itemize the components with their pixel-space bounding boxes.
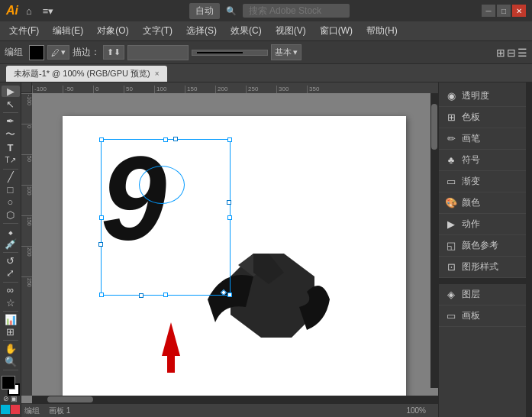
menu-text[interactable]: 文字(T) bbox=[137, 23, 179, 39]
anchor-top[interactable] bbox=[173, 137, 178, 141]
handle-bottom-middle[interactable] bbox=[163, 293, 168, 297]
scale-tool[interactable]: ⤢ bbox=[2, 267, 20, 279]
menu-object[interactable]: 对象(O) bbox=[91, 23, 134, 39]
scrollbar-horizontal[interactable] bbox=[32, 396, 438, 403]
auto-label[interactable]: 自动 bbox=[189, 3, 220, 19]
handle-top-left[interactable] bbox=[99, 137, 104, 142]
magenta-swatch[interactable] bbox=[11, 405, 20, 414]
align-right-button[interactable]: ⊟ bbox=[507, 47, 516, 59]
stroke-dropdown[interactable]: ⬆⬇ bbox=[103, 45, 124, 60]
color-panel-icon: 🎨 bbox=[445, 197, 457, 209]
color-icon[interactable]: ▣ bbox=[11, 395, 18, 402]
right-scrollbar[interactable] bbox=[526, 82, 532, 417]
menu-select[interactable]: 选择(S) bbox=[180, 23, 223, 39]
bottom-bar: 编组 画板 1 100% bbox=[21, 403, 438, 417]
corner-box bbox=[21, 82, 32, 93]
panel-graphic-style[interactable]: ⊡ 图形样式 bbox=[439, 257, 526, 278]
fill-color-swatch[interactable] bbox=[2, 376, 15, 390]
line-tool[interactable]: ╱ bbox=[2, 171, 20, 183]
brush-dropdown[interactable]: 🖊▾ bbox=[47, 45, 69, 60]
align-menu-button[interactable]: ☰ bbox=[517, 47, 527, 59]
ruler-tick-h: 100 bbox=[154, 86, 185, 93]
panel-brush[interactable]: ✏ 画笔 bbox=[439, 128, 526, 150]
tool-separator-3 bbox=[3, 223, 18, 224]
panel-symbol[interactable]: ♣ 符号 bbox=[439, 150, 526, 171]
handle-top-right[interactable] bbox=[227, 137, 232, 142]
stroke-line-preview bbox=[197, 52, 243, 53]
blend-tool[interactable]: ∞ bbox=[2, 284, 20, 296]
menu-edit[interactable]: 编辑(E) bbox=[47, 23, 89, 39]
panel-artboard-label: 画板 bbox=[462, 309, 520, 322]
ai-logo: Ai bbox=[6, 4, 18, 18]
menu-help[interactable]: 帮助(H) bbox=[360, 23, 404, 39]
scrollbar-h-thumb[interactable] bbox=[47, 396, 93, 402]
panel-artboard[interactable]: ▭ 画板 bbox=[439, 305, 526, 327]
direct-select-tool[interactable]: ↖ bbox=[2, 98, 20, 109]
panel-transparency[interactable]: ◉ 透明度 bbox=[439, 86, 526, 107]
align-grid-button[interactable]: ⊞ bbox=[496, 47, 505, 59]
panel-action[interactable]: ▶ 动作 bbox=[439, 214, 526, 235]
tool-separator-6 bbox=[3, 311, 18, 312]
handle-middle-right[interactable] bbox=[227, 215, 232, 220]
close-button[interactable]: ✕ bbox=[512, 5, 526, 17]
touch-type-tool[interactable]: T↗ bbox=[2, 154, 20, 166]
none-icon[interactable]: ⊘ bbox=[3, 395, 9, 402]
scrollbar-v-thumb[interactable] bbox=[431, 104, 437, 150]
polygon-tool[interactable]: ⬡ bbox=[2, 208, 20, 220]
menu-effect[interactable]: 效果(C) bbox=[224, 23, 268, 39]
panel-gradient-label: 渐变 bbox=[462, 175, 520, 188]
basic-dropdown[interactable]: 基本 ▾ bbox=[271, 44, 301, 60]
symbol-tool[interactable]: ☆ bbox=[2, 297, 20, 309]
zoom-tool[interactable]: 🔍 bbox=[2, 356, 20, 367]
panel-graphic-style-label: 图形样式 bbox=[462, 260, 520, 273]
panel-color[interactable]: 🎨 颜色 bbox=[439, 192, 526, 214]
cyan-swatch[interactable] bbox=[1, 405, 10, 414]
workspace-icon[interactable]: ≡▾ bbox=[40, 4, 57, 18]
maximize-button[interactable]: □ bbox=[497, 5, 511, 17]
menu-view[interactable]: 视图(V) bbox=[269, 23, 312, 39]
tool-separator-1 bbox=[3, 112, 18, 113]
brush-icon: 🖊 bbox=[51, 48, 60, 57]
menu-window[interactable]: 窗口(W) bbox=[314, 23, 359, 39]
status-group: 编组 bbox=[24, 406, 40, 416]
type-tool[interactable]: T bbox=[2, 142, 20, 154]
tab-close-button[interactable]: × bbox=[155, 70, 160, 78]
ellipse-tool[interactable]: ○ bbox=[2, 196, 20, 208]
handle-top-middle[interactable] bbox=[163, 137, 168, 142]
canvas[interactable]: 9 bbox=[32, 93, 438, 396]
pen-tool[interactable]: ✒ bbox=[2, 115, 20, 126]
rotate-tool[interactable]: ↺ bbox=[2, 255, 20, 267]
panel-action-label: 动作 bbox=[462, 218, 520, 231]
swatches-icon: ⊞ bbox=[445, 112, 457, 124]
anchor-left[interactable] bbox=[98, 242, 103, 247]
fill-swatch[interactable] bbox=[29, 45, 44, 60]
handle-bottom-right[interactable] bbox=[227, 293, 232, 297]
color-area bbox=[0, 374, 21, 393]
artboard-tool[interactable]: ⊞ bbox=[2, 326, 20, 338]
paintbucket-tool[interactable]: ⬥ bbox=[2, 225, 20, 237]
document-tab[interactable]: 未标题-1* @ 100% (RGB/GPU 预览) × bbox=[6, 66, 167, 82]
menu-file[interactable]: 文件(F) bbox=[3, 23, 45, 39]
gradient-icon: ▭ bbox=[445, 176, 457, 188]
minimize-button[interactable]: ─ bbox=[482, 5, 495, 17]
panel-gradient[interactable]: ▭ 渐变 bbox=[439, 171, 526, 192]
scrollbar-vertical[interactable] bbox=[430, 93, 438, 388]
anchor-bottom-left[interactable] bbox=[139, 293, 143, 298]
select-tool[interactable]: ▶ bbox=[2, 86, 20, 97]
panel-swatches[interactable]: ⊞ 色板 bbox=[439, 107, 526, 128]
handle-middle-left[interactable] bbox=[99, 215, 104, 220]
anchor-right[interactable] bbox=[227, 200, 231, 205]
ruler-tick-v: 100 bbox=[21, 185, 32, 215]
panel-layers[interactable]: ◈ 图层 bbox=[439, 284, 526, 305]
column-chart-tool[interactable]: 📊 bbox=[2, 314, 20, 325]
handle-bottom-left[interactable] bbox=[99, 293, 104, 297]
curvature-tool[interactable]: 〜 bbox=[2, 128, 20, 141]
search-stock-input[interactable] bbox=[243, 4, 350, 18]
panel-color-guide[interactable]: ◱ 颜色参考 bbox=[439, 235, 526, 257]
ruler-tick-h: 200 bbox=[215, 86, 246, 93]
eyedropper-tool[interactable]: 💉 bbox=[2, 238, 20, 250]
hand-tool[interactable]: ✋ bbox=[2, 343, 20, 354]
rect-tool[interactable]: □ bbox=[2, 184, 20, 196]
stroke-label: 描边： bbox=[73, 46, 100, 59]
home-icon[interactable]: ⌂ bbox=[23, 4, 35, 18]
